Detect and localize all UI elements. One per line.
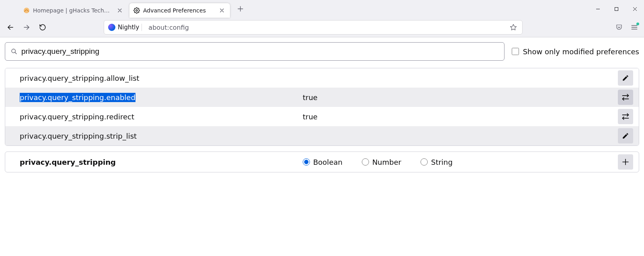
ghacks-favicon: [23, 7, 30, 14]
close-tab-icon[interactable]: [116, 6, 124, 14]
reload-button[interactable]: [35, 20, 50, 35]
pencil-icon: [622, 132, 629, 139]
type-radio-string[interactable]: String: [420, 158, 453, 166]
pref-name: privacy.query_stripping.redirect: [20, 113, 293, 121]
show-modified-toggle[interactable]: Show only modified preferences: [512, 47, 639, 56]
forward-button[interactable]: [19, 20, 34, 35]
pref-name: privacy.query_stripping.enabled: [20, 93, 293, 102]
minimize-button[interactable]: [589, 0, 607, 18]
update-badge-icon: [636, 23, 639, 25]
svg-point-1: [136, 10, 137, 11]
type-radio-number[interactable]: Number: [362, 158, 401, 166]
pref-row[interactable]: privacy.query_stripping.enabled true: [5, 88, 639, 107]
gear-icon: [133, 7, 140, 14]
close-tab-icon[interactable]: [218, 6, 226, 14]
window-controls: [589, 0, 644, 18]
type-radio-input[interactable]: [420, 158, 428, 166]
svg-point-0: [24, 8, 29, 13]
plus-icon: [622, 159, 629, 165]
url-text: about:config: [148, 24, 504, 31]
toggle-pref-button[interactable]: [618, 109, 633, 124]
identity-box[interactable]: Nightly: [107, 23, 145, 32]
tab-ghacks[interactable]: Homepage | gHacks Technolog: [19, 3, 128, 18]
nav-toolbar: Nightly about:config: [0, 18, 644, 37]
config-search-row: Show only modified preferences: [5, 42, 639, 61]
config-search-input[interactable]: [21, 47, 498, 56]
search-icon: [11, 48, 17, 55]
pref-row[interactable]: privacy.query_stripping.strip_list: [5, 126, 639, 145]
type-radio-boolean[interactable]: Boolean: [303, 158, 343, 166]
pref-name: privacy.query_stripping.allow_list: [20, 74, 293, 82]
hamburger-menu-icon[interactable]: [628, 21, 641, 34]
pref-row[interactable]: privacy.query_stripping.redirect true: [5, 107, 639, 126]
identity-label: Nightly: [118, 24, 142, 31]
tab-title: Homepage | gHacks Technolog: [33, 7, 113, 14]
maximize-button[interactable]: [607, 0, 626, 18]
new-tab-button[interactable]: [234, 2, 247, 15]
toolbar-end: [613, 21, 641, 34]
svg-marker-5: [511, 25, 517, 30]
prefs-table: privacy.query_stripping.allow_list priva…: [5, 68, 639, 146]
bookmark-star-icon[interactable]: [507, 21, 520, 34]
add-pref-type-group: Boolean Number String: [303, 158, 608, 166]
svg-rect-2: [615, 7, 618, 10]
browser-chrome: Homepage | gHacks Technolog Advanced Pre…: [0, 0, 644, 37]
config-search-box[interactable]: [5, 42, 505, 61]
edit-pref-button[interactable]: [618, 70, 633, 86]
toggle-arrows-icon: [621, 93, 630, 101]
toggle-arrows-icon: [621, 113, 630, 121]
pref-value: true: [303, 113, 608, 121]
pencil-icon: [622, 74, 629, 82]
add-pref-row: privacy.query_stripping Boolean Number S…: [5, 152, 639, 172]
add-pref-button[interactable]: [618, 154, 633, 170]
type-radio-input[interactable]: [362, 158, 369, 166]
tab-advanced-preferences[interactable]: Advanced Preferences: [129, 3, 230, 18]
show-modified-label: Show only modified preferences: [523, 47, 639, 56]
url-bar[interactable]: Nightly about:config: [104, 20, 523, 35]
show-modified-checkbox[interactable]: [512, 48, 519, 55]
type-radio-input[interactable]: [303, 158, 310, 166]
pocket-icon[interactable]: [613, 21, 626, 34]
tab-strip: Homepage | gHacks Technolog Advanced Pre…: [0, 0, 644, 18]
close-window-button[interactable]: [626, 0, 644, 18]
firefox-logo-icon: [108, 24, 115, 31]
pref-row[interactable]: privacy.query_stripping.allow_list: [5, 68, 639, 88]
tab-title: Advanced Preferences: [143, 7, 215, 14]
pref-value: true: [303, 93, 608, 102]
svg-line-10: [15, 52, 16, 54]
about-config-page: Show only modified preferences privacy.q…: [0, 37, 644, 177]
back-button[interactable]: [3, 20, 18, 35]
add-pref-name: privacy.query_stripping: [20, 158, 293, 166]
pref-name: privacy.query_stripping.strip_list: [20, 132, 293, 140]
toggle-pref-button[interactable]: [618, 90, 633, 105]
edit-pref-button[interactable]: [618, 128, 633, 143]
